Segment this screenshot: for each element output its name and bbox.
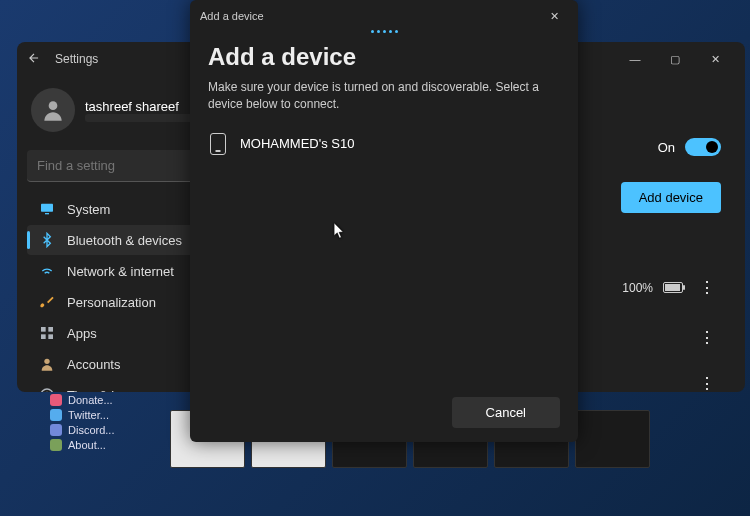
- dialog-header-title: Add a device: [200, 10, 540, 22]
- device-card-2[interactable]: ⋮: [693, 326, 721, 349]
- profile-name: tashreef shareef: [85, 99, 205, 114]
- minimize-button[interactable]: ―: [615, 45, 655, 73]
- sidebar-item-label: Personalization: [67, 295, 156, 310]
- task-label: Donate...: [68, 394, 113, 406]
- svg-rect-1: [41, 204, 53, 212]
- discovered-device[interactable]: MOHAMMED's S10: [208, 127, 560, 161]
- battery-pct: 100%: [622, 281, 653, 295]
- task-icon: [50, 439, 62, 451]
- device-card-3[interactable]: ⋮: [693, 372, 721, 392]
- svg-rect-2: [45, 213, 49, 214]
- profile-info: tashreef shareef: [85, 99, 205, 122]
- dialog-footer: Cancel: [190, 383, 578, 442]
- battery-icon: [663, 282, 683, 293]
- bluetooth-icon: [39, 232, 55, 248]
- svg-rect-6: [48, 334, 53, 339]
- maximize-button[interactable]: ▢: [655, 45, 695, 73]
- dialog-header: Add a device ✕: [190, 0, 578, 30]
- add-device-button[interactable]: Add device: [621, 182, 721, 213]
- monitor-icon: [39, 201, 55, 217]
- task-label: Twitter...: [68, 409, 109, 421]
- task-item[interactable]: About...: [50, 439, 114, 451]
- bluetooth-toggle[interactable]: [685, 138, 721, 156]
- dialog-title: Add a device: [208, 43, 560, 71]
- sidebar-item-label: Time & language: [67, 388, 165, 393]
- device-card-1[interactable]: 100% ⋮: [622, 276, 721, 299]
- dialog-close-button[interactable]: ✕: [540, 6, 568, 26]
- close-button[interactable]: ✕: [695, 45, 735, 73]
- task-icon: [50, 409, 62, 421]
- back-button[interactable]: [27, 51, 41, 68]
- task-item[interactable]: Donate...: [50, 394, 114, 406]
- task-item[interactable]: Twitter...: [50, 409, 114, 421]
- dialog-instruction: Make sure your device is turned on and d…: [208, 79, 560, 113]
- progress-indicator: [190, 30, 578, 33]
- task-label: Discord...: [68, 424, 114, 436]
- sidebar-item-label: Network & internet: [67, 264, 174, 279]
- svg-point-0: [49, 101, 58, 110]
- bluetooth-toggle-label: On: [658, 140, 675, 155]
- clock-icon: [39, 387, 55, 392]
- task-icon: [50, 394, 62, 406]
- brush-icon: [39, 294, 55, 310]
- phone-icon: [210, 133, 226, 155]
- add-device-dialog: Add a device ✕ Add a device Make sure yo…: [190, 0, 578, 442]
- person-icon: [39, 356, 55, 372]
- desktop: Settings ― ▢ ✕ tashreef shareef: [0, 0, 750, 516]
- window-controls: ― ▢ ✕: [615, 45, 735, 73]
- task-sidebar: Donate...Twitter...Discord...About...: [50, 394, 114, 451]
- svg-point-7: [44, 359, 49, 364]
- device-menu-button[interactable]: ⋮: [693, 276, 721, 299]
- device-menu-button[interactable]: ⋮: [693, 372, 721, 392]
- task-label: About...: [68, 439, 106, 451]
- device-list: MOHAMMED's S10: [208, 127, 560, 161]
- sidebar-item-label: Apps: [67, 326, 97, 341]
- task-item[interactable]: Discord...: [50, 424, 114, 436]
- avatar: [31, 88, 75, 132]
- task-icon: [50, 424, 62, 436]
- preview-thumb[interactable]: [575, 410, 650, 468]
- profile-email-redacted: [85, 114, 205, 122]
- device-name: MOHAMMED's S10: [240, 136, 354, 151]
- device-menu-button[interactable]: ⋮: [693, 326, 721, 349]
- dialog-body: Add a device Make sure your device is tu…: [190, 39, 578, 383]
- sidebar-item-label: Bluetooth & devices: [67, 233, 182, 248]
- cancel-button[interactable]: Cancel: [452, 397, 560, 428]
- sidebar-item-label: System: [67, 202, 110, 217]
- sidebar-item-label: Accounts: [67, 357, 120, 372]
- wifi-icon: [39, 263, 55, 279]
- svg-rect-4: [48, 327, 53, 332]
- svg-rect-5: [41, 334, 46, 339]
- grid-icon: [39, 325, 55, 341]
- svg-rect-3: [41, 327, 46, 332]
- bluetooth-toggle-row: On: [658, 138, 721, 156]
- svg-point-8: [41, 389, 53, 392]
